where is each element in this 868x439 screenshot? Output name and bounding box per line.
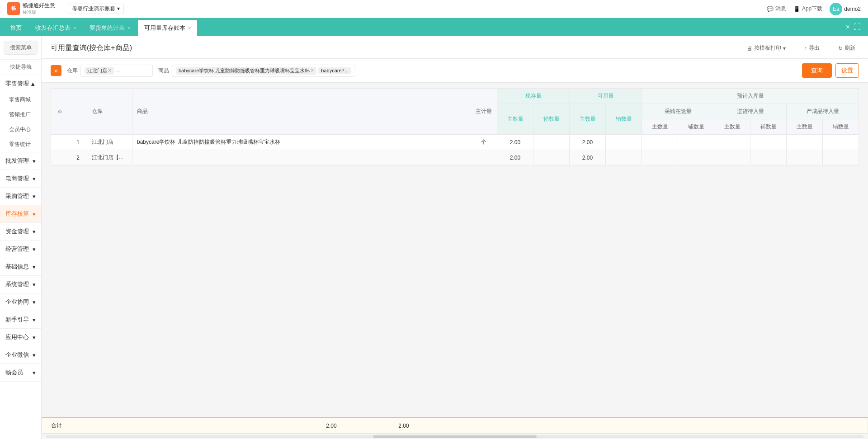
section-finance: 资金管理 ▾ xyxy=(0,223,41,241)
section-newbie-header[interactable]: 新手引导 ▾ xyxy=(0,311,41,328)
section-enterprise-label: 企业协同 xyxy=(5,298,29,306)
section-basic-info-label: 基础信息 xyxy=(5,263,29,271)
filter-dots[interactable]: ··· xyxy=(116,67,121,74)
tab-available-stock[interactable]: 可用量库存账本 × xyxy=(138,20,197,36)
scroll-track[interactable] xyxy=(46,435,863,438)
main-layout: 搜索菜单 快捷导航 零售管理 ▲ 零售商城 营销推广 会员中心 零售统计 批发管… xyxy=(0,36,868,439)
filter-bar: » 仓库 江北门店 × ··· 商品 babycare学饮杯 儿童防摔防撞吸管杯… xyxy=(42,59,868,83)
section-wechat-header[interactable]: 企业微信 ▾ xyxy=(0,346,41,363)
chevron-down-icon9: ▾ xyxy=(33,299,36,306)
tab-home[interactable]: 首页 xyxy=(4,20,28,36)
divider2 xyxy=(829,45,829,52)
username: demo2 xyxy=(844,6,861,12)
section-system-header[interactable]: 系统管理 ▾ xyxy=(0,276,41,293)
chevron-down-icon12: ▾ xyxy=(33,352,36,359)
th-incoming-group: 进货待入量 xyxy=(714,104,787,119)
close-all-button[interactable]: × xyxy=(846,23,850,31)
filter-product-field: 商品 babycare学饮杯 儿童防摔防撞吸管杯重力球吸嘴杯宝宝水杯 × bab… xyxy=(158,65,355,77)
section-operations-label: 经营管理 xyxy=(5,245,29,253)
section-inventory-header[interactable]: 库存核算 ▾ xyxy=(0,205,41,222)
print-chevron: ▾ xyxy=(783,45,786,52)
sidebar-item-retail-mall[interactable]: 零售商城 xyxy=(0,92,41,107)
chevron-down-icon11: ▾ xyxy=(33,334,36,341)
product-tag-1-close[interactable]: × xyxy=(311,67,314,74)
print-button[interactable]: 🖨 按模板打印 ▾ xyxy=(743,42,789,54)
sidebar-item-marketing[interactable]: 营销推广 xyxy=(0,107,41,122)
product-filter-input[interactable]: babycare学饮杯 儿童防摔防撞吸管杯重力球吸嘴杯宝宝水杯 × babyca… xyxy=(172,65,355,77)
footer-stock-main: 2.00 xyxy=(313,423,349,429)
brand-sub: 标准版 xyxy=(23,9,55,15)
filter-expand-button[interactable]: » xyxy=(51,65,61,76)
cell-produced-main-2 xyxy=(787,150,823,165)
fullscreen-button[interactable]: ⛶ xyxy=(854,23,861,31)
brand-name: 畅捷通好生意 xyxy=(23,2,55,9)
chevron-down-icon5: ▾ xyxy=(33,228,36,235)
cell-product-1: babycare学饮杯 儿童防摔防撞吸管杯重力球吸嘴杯宝宝水杯 xyxy=(132,135,470,150)
export-button[interactable]: ↑ 导出 xyxy=(801,42,823,54)
user-info[interactable]: Ea demo2 xyxy=(830,3,861,15)
refresh-button[interactable]: ↻ 刷新 xyxy=(835,42,859,54)
section-finance-header[interactable]: 资金管理 ▾ xyxy=(0,223,41,240)
section-enterprise-header[interactable]: 企业协同 ▾ xyxy=(0,293,41,311)
top-bar: 畅 畅捷通好生意 标准版 母婴行业演示账套 ▾ 💬 消息 📱 App下载 Ea … xyxy=(0,0,868,18)
tab-order-close[interactable]: × xyxy=(127,25,130,31)
message-label: 消息 xyxy=(775,5,786,13)
tab-receive-label: 收发存汇总表 xyxy=(35,24,71,32)
quick-nav-button[interactable]: 快捷导航 xyxy=(0,60,41,75)
message-button[interactable]: 💬 消息 xyxy=(767,5,786,13)
th-stock-aux: 辅数量 xyxy=(533,104,570,135)
industry-select[interactable]: 母婴行业演示账套 ▾ xyxy=(68,4,124,14)
th-produced-main: 主数量 xyxy=(787,119,823,135)
cell-settings-1 xyxy=(51,135,69,150)
chevron-down-icon13: ▾ xyxy=(33,369,36,376)
section-purchase-header[interactable]: 采购管理 ▾ xyxy=(0,188,41,205)
section-app-center-header[interactable]: 应用中心 ▾ xyxy=(0,329,41,346)
section-app-center-label: 应用中心 xyxy=(5,333,29,341)
section-wholesale-header[interactable]: 批发管理 ▾ xyxy=(0,152,41,170)
th-forecast-group: 预计入库量 xyxy=(642,89,859,104)
chevron-down-icon: ▾ xyxy=(117,5,120,12)
section-retail-header[interactable]: 零售管理 ▲ xyxy=(0,75,41,92)
section-purchase: 采购管理 ▾ xyxy=(0,188,41,205)
section-wechat-label: 企业微信 xyxy=(5,351,29,359)
tab-receive-close[interactable]: × xyxy=(73,25,76,31)
cell-warehouse-1: 江北门店 xyxy=(87,135,132,150)
tab-order-stats[interactable]: 要货单统计表 × xyxy=(83,20,137,36)
section-retail-label: 零售管理 xyxy=(5,80,29,88)
scroll-thumb[interactable] xyxy=(373,435,537,438)
product-tag-2: babycare?... xyxy=(318,67,351,74)
cell-idx-2: 2 xyxy=(69,150,87,165)
tab-stock-close[interactable]: × xyxy=(188,25,191,31)
message-icon: 💬 xyxy=(767,6,774,12)
section-wholesale: 批发管理 ▾ xyxy=(0,152,41,170)
sidebar-item-members[interactable]: 会员中心 xyxy=(0,122,41,137)
warehouse-tag-close[interactable]: × xyxy=(108,67,111,74)
th-purchase-group: 采购在途量 xyxy=(642,104,714,119)
th-purchase-main: 主数量 xyxy=(642,119,678,135)
th-produced-aux: 辅数量 xyxy=(823,119,859,135)
section-ecommerce-label: 电商管理 xyxy=(5,175,29,183)
section-purchase-label: 采购管理 xyxy=(5,192,29,200)
avatar: Ea xyxy=(830,3,842,15)
column-settings-icon[interactable]: ⚙ xyxy=(57,109,62,115)
app-download-button[interactable]: 📱 App下载 xyxy=(793,5,822,13)
cell-purchase-main-1 xyxy=(642,135,678,150)
section-operations-header[interactable]: 经营管理 ▾ xyxy=(0,241,41,258)
table-row: 1 江北门店 babycare学饮杯 儿童防摔防撞吸管杯重力球吸嘴杯宝宝水杯 个… xyxy=(51,135,859,150)
search-menu-button[interactable]: 搜索菜单 xyxy=(4,41,38,55)
section-ecommerce-header[interactable]: 电商管理 ▾ xyxy=(0,170,41,187)
th-incoming-aux: 辅数量 xyxy=(750,119,787,135)
query-button[interactable]: 查询 xyxy=(802,63,832,78)
data-table: ⚙ 仓库 商品 主计量 现存量 可用量 预计入库量 主数量 辅数量 主数量 xyxy=(51,88,859,165)
sidebar-item-retail-stats[interactable]: 零售统计 xyxy=(0,137,41,152)
table-footer: 合计 2.00 2.00 xyxy=(42,417,868,434)
section-basic-info-header[interactable]: 基础信息 ▾ xyxy=(0,258,41,275)
th-settings: ⚙ xyxy=(51,89,69,135)
product-tag-1: babycare学饮杯 儿童防摔防撞吸管杯重力球吸嘴杯宝宝水杯 × xyxy=(176,67,316,75)
tab-receive-summary[interactable]: 收发存汇总表 × xyxy=(29,20,82,36)
settings-button[interactable]: 设置 xyxy=(835,63,859,78)
section-member-header[interactable]: 畅会员 ▾ xyxy=(0,364,41,381)
print-label: 按模板打印 xyxy=(754,44,781,52)
warehouse-filter-input[interactable]: 江北门店 × ··· xyxy=(80,65,153,77)
section-inventory: 库存核算 ▾ xyxy=(0,205,41,223)
